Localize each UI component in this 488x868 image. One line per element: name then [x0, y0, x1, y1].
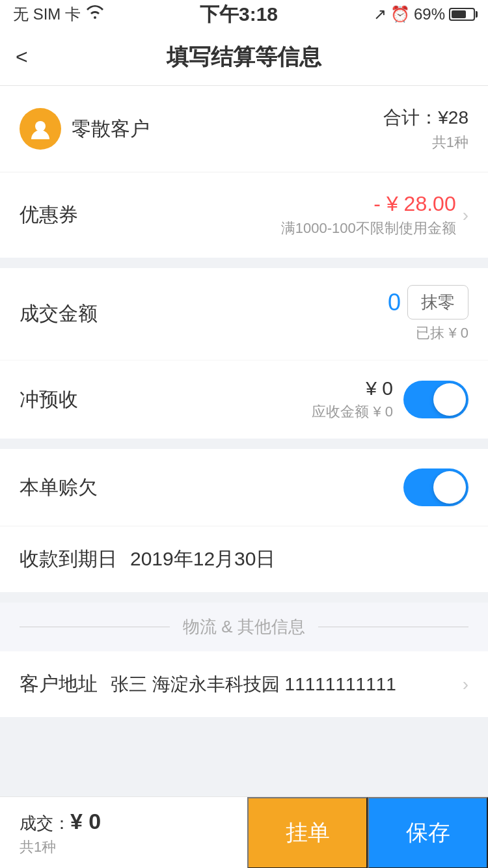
- transaction-card: 成交金额 0 抹零 已抹 ¥ 0 冲预收 ¥ 0 应收金额 ¥ 0: [0, 268, 488, 439]
- transaction-label: 成交金额: [20, 301, 98, 327]
- svg-point-0: [35, 121, 46, 131]
- total-count: 共1种: [383, 133, 468, 152]
- debt-toggle[interactable]: [403, 468, 468, 506]
- customer-left: 零散客户: [20, 108, 150, 150]
- battery-percentage: 69%: [414, 5, 445, 23]
- customer-row: 零散客户 合计：¥28 共1种: [0, 86, 488, 172]
- content: 零散客户 合计：¥28 共1种 优惠券 - ¥ 28.00 满1000-100不…: [0, 86, 488, 806]
- customer-right: 合计：¥28 共1种: [383, 105, 468, 152]
- bottom-deal-amount: ¥ 0: [70, 809, 101, 834]
- save-button[interactable]: 保存: [368, 797, 488, 869]
- logistics-header: 物流 & 其他信息: [0, 603, 488, 651]
- toggle-knob: [433, 383, 466, 416]
- already-rounded-text: 已抹 ¥ 0: [362, 323, 468, 343]
- debt-label: 本单赊欠: [20, 474, 98, 501]
- round-zero-button[interactable]: 抹零: [407, 285, 468, 319]
- total-amount: 合计：¥28: [383, 105, 468, 130]
- status-left: 无 SIM 卡: [13, 4, 104, 25]
- prepay-row: 冲预收 ¥ 0 应收金额 ¥ 0: [0, 360, 488, 439]
- due-date-value: 2019年12月30日: [130, 546, 275, 573]
- status-right: ↗ ⏰ 69%: [373, 5, 475, 23]
- bottom-info: 成交：¥ 0 共1种: [0, 809, 247, 857]
- address-label: 客户地址: [20, 671, 98, 698]
- coupon-chevron: ›: [463, 205, 468, 226]
- wifi-icon: [86, 5, 104, 23]
- address-card: 客户地址 张三 海淀永丰科技园 11111111111 ›: [0, 651, 488, 717]
- transaction-row: 成交金额 0 抹零 已抹 ¥ 0: [0, 268, 488, 360]
- alarm-icon: ⏰: [390, 5, 410, 23]
- bottom-bar: 成交：¥ 0 共1种 挂单 保存: [0, 796, 488, 868]
- coupon-label: 优惠券: [20, 202, 78, 228]
- hold-button[interactable]: 挂单: [247, 797, 368, 869]
- coupon-right: - ¥ 28.00 满1000-100不限制使用金额 ›: [281, 192, 468, 238]
- prepay-amount-wrap: ¥ 0 应收金额 ¥ 0: [312, 377, 393, 422]
- prepay-toggle[interactable]: [403, 381, 468, 418]
- back-button[interactable]: <: [16, 45, 28, 69]
- bottom-count: 共1种: [20, 837, 228, 857]
- logistics-line-left: [20, 627, 170, 627]
- bottom-deal-label: 成交：¥ 0: [20, 809, 228, 835]
- logistics-title: 物流 & 其他信息: [183, 616, 305, 638]
- coupon-description: 满1000-100不限制使用金额: [281, 219, 456, 238]
- nav-bar: < 填写结算等信息: [0, 29, 488, 86]
- coupon-discount: - ¥ 28.00: [281, 192, 456, 216]
- prepay-right: ¥ 0 应收金额 ¥ 0: [312, 377, 468, 422]
- page-title: 填写结算等信息: [167, 42, 321, 72]
- customer-name: 零散客户: [72, 116, 150, 142]
- prepay-label: 冲预收: [20, 387, 78, 413]
- due-date-row: 收款到期日 2019年12月30日: [0, 526, 488, 592]
- status-time: 下午3:18: [200, 1, 278, 28]
- battery-icon: [449, 8, 475, 21]
- customer-card: 零散客户 合计：¥28 共1种 优惠券 - ¥ 28.00 满1000-100不…: [0, 86, 488, 258]
- transaction-right: 0 抹零 已抹 ¥ 0: [362, 285, 468, 343]
- carrier-text: 无 SIM 卡: [13, 4, 81, 25]
- due-date-label: 收款到期日: [20, 546, 117, 573]
- coupon-row[interactable]: 优惠券 - ¥ 28.00 满1000-100不限制使用金额 ›: [0, 172, 488, 258]
- prepay-amount: ¥ 0: [312, 377, 393, 400]
- status-bar: 无 SIM 卡 下午3:18 ↗ ⏰ 69%: [0, 0, 488, 29]
- address-value: 张三 海淀永丰科技园 11111111111: [111, 672, 463, 697]
- logistics-line-right: [318, 627, 468, 627]
- transaction-amount[interactable]: 0: [362, 289, 401, 316]
- location-icon: ↗: [373, 5, 386, 23]
- avatar: [20, 108, 61, 150]
- prepay-receivable: 应收金额 ¥ 0: [312, 402, 393, 422]
- transaction-amount-wrap: 0 抹零 已抹 ¥ 0: [362, 285, 468, 343]
- debt-card: 本单赊欠 收款到期日 2019年12月30日: [0, 449, 488, 592]
- debt-row: 本单赊欠: [0, 449, 488, 526]
- address-chevron: ›: [463, 674, 468, 695]
- coupon-info: - ¥ 28.00 满1000-100不限制使用金额: [281, 192, 456, 238]
- address-row[interactable]: 客户地址 张三 海淀永丰科技园 11111111111 ›: [0, 651, 488, 717]
- debt-toggle-knob: [433, 471, 466, 504]
